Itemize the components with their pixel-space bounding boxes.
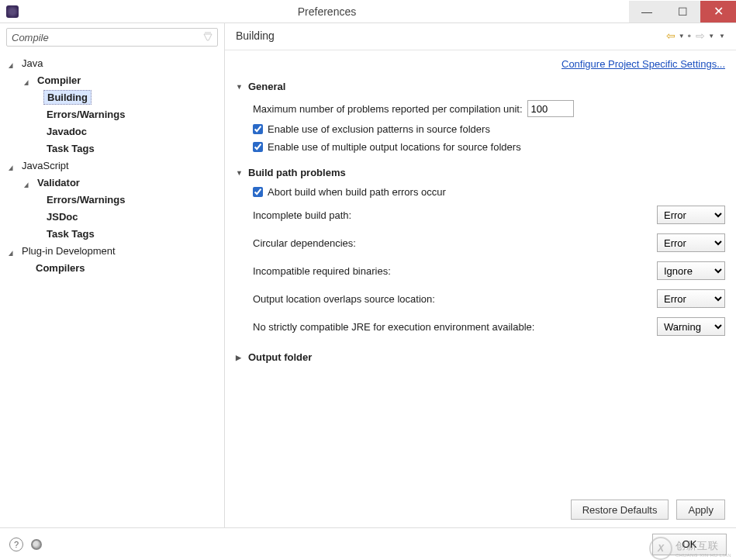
watermark-logo-icon: X (649, 537, 672, 560)
title-bar: Preferences — ☐ ✕ (0, 0, 736, 23)
content-header: Building ⇦▼ • ⇨▼ ▼ (225, 23, 736, 50)
tree-node-compiler[interactable]: Compiler (0, 71, 224, 88)
multi-output-label: Enable use of multiple output locations … (268, 141, 521, 153)
incompatible-select[interactable]: Ignore (657, 261, 725, 280)
max-problems-label: Maximum number of problems reported per … (253, 103, 523, 115)
back-icon[interactable]: ⇦ (665, 29, 677, 42)
circular-select[interactable]: Error (657, 233, 725, 252)
help-icon[interactable]: ? (9, 538, 23, 551)
nav-sep: • (686, 30, 693, 42)
tree-node-building[interactable]: Building (0, 88, 224, 105)
section-general-header[interactable]: ▼ General (236, 78, 725, 97)
multi-output-checkbox[interactable] (253, 142, 263, 152)
tree-node-validator[interactable]: Validator (0, 174, 224, 191)
tree-node-javascript[interactable]: JavaScript (0, 157, 224, 174)
incompatible-label: Incompatible required binaries: (253, 265, 657, 277)
close-button[interactable]: ✕ (700, 1, 736, 22)
page-buttons: Restore Defaults Apply (225, 492, 736, 527)
nojre-select[interactable]: Warning (657, 317, 725, 336)
nojre-label: No strictly compatible JRE for execution… (253, 321, 657, 333)
tree-node-javadoc[interactable]: Javadoc (0, 123, 224, 140)
window-title: Preferences (25, 5, 629, 18)
tree-node-errors-warnings[interactable]: Errors/Warnings (0, 105, 224, 123)
window-controls: — ☐ ✕ (629, 1, 736, 22)
content-pane: Building ⇦▼ • ⇨▼ ▼ Configure Project Spe… (225, 23, 736, 527)
abort-label: Abort build when build path errors occur (268, 186, 446, 198)
dialog-button-bar: ? OK (0, 527, 736, 560)
abort-row: Abort build when build path errors occur (253, 183, 725, 201)
watermark-text: 创新互联 (676, 540, 719, 551)
page-title: Building (236, 29, 665, 42)
exclusion-label: Enable use of exclusion patterns in sour… (268, 123, 490, 135)
section-buildpath-title: Build path problems (248, 167, 346, 178)
chevron-right-icon: ▶ (236, 354, 245, 361)
max-problems-input[interactable] (527, 100, 574, 117)
chevron-down-icon: ▼ (236, 83, 245, 91)
overlap-label: Output location overlaps source location… (253, 293, 657, 305)
preference-tree[interactable]: Java Compiler Building Errors/Warnings J… (0, 51, 224, 527)
section-output-title: Output folder (248, 351, 312, 363)
tree-node-plugin-dev[interactable]: Plug-in Development (0, 242, 224, 259)
project-settings-link[interactable]: Configure Project Specific Settings... (562, 58, 725, 70)
incomplete-row: Incomplete build path: Error (253, 201, 725, 229)
tree-node-js-errors-warnings[interactable]: Errors/Warnings (0, 191, 224, 208)
project-settings-link-wrap: Configure Project Specific Settings... (236, 58, 725, 78)
section-general-title: General (248, 81, 285, 92)
maximize-button[interactable]: ☐ (665, 1, 700, 22)
tree-node-task-tags[interactable]: Task Tags (0, 140, 224, 157)
overlap-select[interactable]: Error (657, 289, 725, 308)
watermark-subtext: CHUANG XIN HU LIAN (676, 553, 731, 558)
app-icon (6, 5, 19, 18)
section-buildpath-body: Abort build when build path errors occur… (236, 183, 725, 348)
sidebar: Java Compiler Building Errors/Warnings J… (0, 23, 225, 527)
section-general-body: Maximum number of problems reported per … (236, 97, 725, 164)
apply-button[interactable]: Apply (676, 500, 725, 520)
nav-history: ⇦▼ • ⇨▼ ▼ (665, 29, 725, 42)
incomplete-label: Incomplete build path: (253, 209, 657, 221)
circular-row: Circular dependencies: Error (253, 229, 725, 257)
max-problems-row: Maximum number of problems reported per … (253, 97, 725, 120)
overlap-row: Output location overlaps source location… (253, 285, 725, 313)
filter-input[interactable] (6, 28, 218, 47)
watermark: X 创新互联 CHUANG XIN HU LIAN (649, 537, 731, 560)
clear-filter-icon[interactable] (202, 31, 213, 42)
back-menu-icon[interactable]: ▼ (679, 33, 685, 40)
oomph-icon[interactable] (31, 539, 42, 550)
multi-output-row: Enable use of multiple output locations … (253, 138, 725, 156)
incompatible-row: Incompatible required binaries: Ignore (253, 257, 725, 285)
abort-checkbox[interactable] (253, 187, 263, 197)
section-output-header[interactable]: ▶ Output folder (236, 348, 725, 368)
tree-node-js-task-tags[interactable]: Task Tags (0, 225, 224, 242)
tree-node-compilers[interactable]: Compilers (0, 259, 224, 276)
restore-defaults-button[interactable]: Restore Defaults (571, 500, 669, 520)
chevron-down-icon: ▼ (236, 169, 245, 177)
incomplete-select[interactable]: Error (657, 206, 725, 224)
section-buildpath-header[interactable]: ▼ Build path problems (236, 164, 725, 183)
view-menu-icon[interactable]: ▼ (719, 33, 725, 40)
circular-label: Circular dependencies: (253, 237, 657, 249)
minimize-button[interactable]: — (629, 1, 665, 22)
main-area: Java Compiler Building Errors/Warnings J… (0, 23, 736, 527)
exclusion-checkbox[interactable] (253, 124, 263, 134)
forward-icon[interactable]: ⇨ (694, 29, 707, 42)
nojre-row: No strictly compatible JRE for execution… (253, 313, 725, 340)
forward-menu-icon[interactable]: ▼ (708, 33, 714, 40)
filter-wrap (0, 23, 224, 51)
content-body: Configure Project Specific Settings... ▼… (225, 50, 736, 492)
tree-node-jsdoc[interactable]: JSDoc (0, 208, 224, 225)
help-area: ? (9, 538, 42, 551)
tree-node-java[interactable]: Java (0, 54, 224, 71)
exclusion-row: Enable use of exclusion patterns in sour… (253, 120, 725, 138)
